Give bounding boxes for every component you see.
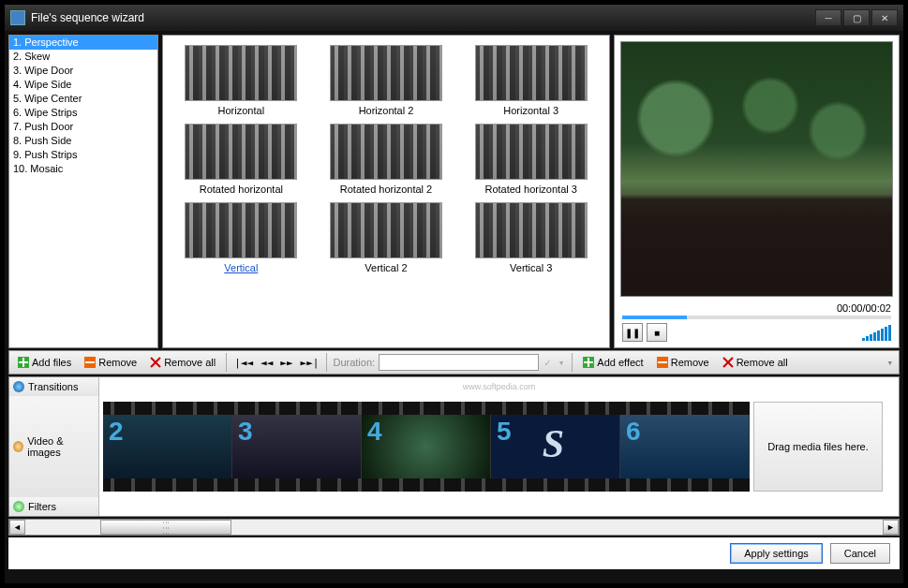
close-button[interactable]: ✕ — [871, 9, 898, 26]
video-track-label[interactable]: Video & images — [9, 396, 99, 497]
timeline-clip[interactable]: 3 — [232, 415, 362, 478]
category-item[interactable]: 10. Mosaic — [9, 162, 157, 176]
app-window: File's sequence wizard ─ ▢ ✕ 1. Perspect… — [4, 4, 904, 584]
timeline: Transitions www.softpedia.com Video & im… — [8, 376, 900, 517]
category-item[interactable]: 7. Push Door — [9, 120, 157, 134]
thumbnail-image — [185, 202, 297, 258]
timeline-clip[interactable]: 5 — [491, 415, 620, 478]
apply-settings-button[interactable]: Apply settings — [730, 543, 822, 564]
titlebar[interactable]: File's sequence wizard ─ ▢ ✕ — [5, 5, 903, 31]
transition-thumbnail[interactable]: Rotated horizontal — [171, 122, 312, 197]
video-track[interactable]: 23456 Drag media files here. — [99, 396, 899, 497]
x-icon — [150, 357, 161, 368]
transition-thumbnail[interactable]: Horizontal — [171, 43, 312, 118]
remove-all-files-button[interactable]: Remove all — [145, 354, 220, 371]
duration-apply-icon[interactable]: ✓ — [543, 357, 553, 369]
thumbnail-image — [330, 124, 442, 180]
add-effect-button[interactable]: Add effect — [578, 354, 648, 371]
next-button[interactable]: ►► — [278, 357, 294, 369]
timeline-scrollbar[interactable]: ◄ ► — [8, 519, 900, 536]
transition-thumbnail[interactable]: Vertical 3 — [460, 200, 602, 275]
last-button[interactable]: ►►| — [299, 357, 321, 369]
transition-thumbnail[interactable]: Rotated horizontal 2 — [316, 122, 457, 197]
preview-video[interactable] — [620, 41, 893, 297]
stop-button[interactable]: ■ — [647, 323, 667, 342]
plus-icon — [18, 357, 29, 368]
remove-all-effects-button[interactable]: Remove all — [718, 354, 793, 371]
thumbnail-image — [185, 124, 297, 180]
category-item[interactable]: 6. Wipe Strips — [9, 106, 157, 120]
scroll-thumb[interactable] — [100, 520, 231, 535]
window-title: File's sequence wizard — [31, 11, 815, 24]
preview-time: 00:00/00:02 — [615, 302, 899, 316]
pause-button[interactable]: ❚❚ — [622, 323, 643, 342]
thumbnail-label: Horizontal 2 — [359, 105, 414, 116]
category-item[interactable]: 2. Skew — [9, 50, 157, 64]
prev-button[interactable]: ◄◄ — [259, 357, 275, 369]
thumbnail-image — [330, 45, 442, 101]
transition-thumbnail[interactable]: Rotated horizontal 3 — [460, 122, 602, 197]
thumbnail-grid[interactable]: HorizontalHorizontal 2Horizontal 3Rotate… — [162, 35, 610, 348]
transitions-track-label[interactable]: Transitions — [9, 377, 99, 396]
thumbnail-label: Rotated horizontal — [200, 184, 283, 195]
remove-file-button[interactable]: Remove — [80, 354, 141, 371]
duration-dropdown-icon[interactable]: ▾ — [557, 357, 567, 369]
filters-icon — [13, 501, 24, 512]
thumbnail-label: Vertical — [224, 262, 258, 273]
minus-icon — [657, 357, 668, 368]
category-item[interactable]: 5. Wipe Center — [9, 92, 157, 106]
timeline-clip[interactable]: 2 — [103, 415, 232, 478]
timeline-clip[interactable]: 4 — [362, 415, 491, 478]
category-item[interactable]: 8. Push Side — [9, 134, 157, 148]
thumbnail-image — [185, 45, 297, 101]
preview-progress[interactable] — [622, 316, 891, 319]
minus-icon — [84, 357, 96, 368]
maximize-button[interactable]: ▢ — [843, 9, 870, 26]
remove-effect-button[interactable]: Remove — [652, 354, 714, 371]
category-item[interactable]: 4. Wipe Side — [9, 78, 157, 92]
app-icon — [10, 10, 25, 25]
filters-track-label[interactable]: Filters — [9, 497, 99, 516]
transitions-icon — [13, 381, 24, 392]
plus-icon — [583, 357, 594, 368]
thumbnail-label: Horizontal — [218, 105, 265, 116]
cancel-button[interactable]: Cancel — [830, 543, 890, 564]
thumbnail-image — [475, 124, 588, 180]
thumbnail-image — [475, 202, 588, 258]
files-toolbar: Add files Remove Remove all |◄◄ ◄◄ ►► ►►… — [8, 350, 900, 375]
thumbnail-label: Horizontal 3 — [503, 105, 558, 116]
thumbnail-label: Vertical 3 — [510, 262, 552, 273]
thumbnail-image — [475, 45, 588, 101]
filters-track[interactable] — [99, 497, 899, 516]
transition-thumbnail[interactable]: Horizontal 3 — [460, 43, 602, 118]
category-item[interactable]: 9. Push Strips — [9, 148, 157, 162]
scroll-left-button[interactable]: ◄ — [9, 520, 25, 535]
volume-indicator[interactable] — [862, 325, 891, 341]
duration-input[interactable] — [379, 354, 539, 371]
category-item[interactable]: 3. Wipe Door — [9, 64, 157, 78]
footer: Apply settings Cancel — [8, 537, 900, 569]
x-icon — [722, 357, 734, 368]
scroll-right-button[interactable]: ► — [883, 520, 899, 535]
effects-dropdown-icon[interactable]: ▾ — [885, 357, 895, 369]
add-files-button[interactable]: Add files — [13, 354, 76, 371]
duration-label: Duration: — [333, 357, 375, 368]
timeline-clip[interactable]: 6 — [620, 415, 750, 478]
minimize-button[interactable]: ─ — [815, 9, 841, 26]
transition-thumbnail[interactable]: Horizontal 2 — [316, 43, 457, 118]
video-icon — [13, 441, 23, 452]
transitions-track[interactable]: www.softpedia.com — [99, 377, 899, 396]
first-button[interactable]: |◄◄ — [232, 357, 255, 369]
thumbnail-label: Rotated horizontal 2 — [340, 184, 432, 195]
preview-panel: 00:00/00:02 ❚❚ ■ — [614, 35, 900, 348]
dropzone[interactable]: Drag media files here. — [753, 402, 883, 492]
transition-thumbnail[interactable]: Vertical — [171, 200, 312, 275]
category-item[interactable]: 1. Perspective — [9, 36, 157, 50]
transition-thumbnail[interactable]: Vertical 2 — [316, 200, 457, 275]
thumbnail-label: Vertical 2 — [365, 262, 407, 273]
thumbnail-image — [330, 202, 442, 258]
thumbnail-label: Rotated horizontal 3 — [484, 184, 576, 195]
category-list[interactable]: 1. Perspective2. Skew3. Wipe Door4. Wipe… — [8, 35, 158, 348]
